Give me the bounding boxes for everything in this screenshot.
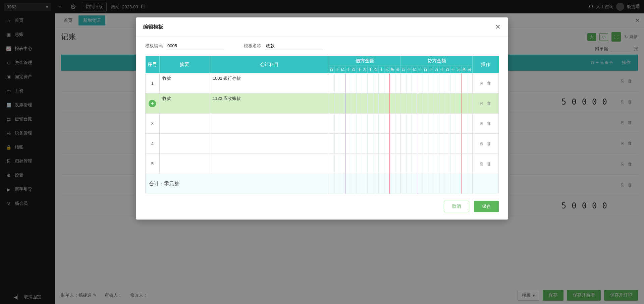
unit-cell: 十 [334, 66, 340, 73]
debit-cell[interactable] [329, 134, 401, 154]
unit-cell: 百 [351, 66, 356, 73]
unit-cell: 分 [467, 66, 472, 73]
unit-cell: 十 [450, 66, 455, 73]
unit-cell: 千 [439, 66, 444, 73]
col-summary: 摘要 [160, 60, 210, 69]
table-row[interactable]: 3⎘🗑 [146, 114, 499, 134]
modal-close-button[interactable]: ✕ [495, 23, 501, 31]
edit-template-modal: 编辑模板 ✕ 模板编码 模板名称 序号 摘要 会计科目 借方金额 [136, 17, 508, 220]
credit-cell[interactable] [401, 114, 473, 134]
credit-cell[interactable] [401, 73, 473, 94]
copy-icon[interactable]: ⎘ [480, 161, 483, 166]
credit-cell[interactable] [401, 134, 473, 154]
subject-cell[interactable] [210, 134, 329, 138]
copy-icon[interactable]: ⎘ [480, 121, 483, 126]
unit-cell: 分 [395, 66, 400, 73]
col-subject: 会计科目 [210, 60, 329, 69]
modal-title: 编辑模板 [143, 24, 163, 30]
template-code-input[interactable] [167, 42, 224, 50]
unit-cell: 百 [445, 66, 450, 73]
unit-cell: 元 [384, 66, 389, 73]
table-row[interactable]: 5⎘🗑 [146, 154, 499, 174]
unit-cell: 十 [357, 66, 362, 73]
sum-row: 合计：零元整 [146, 174, 499, 194]
unit-cell: 百 [373, 66, 378, 73]
subject-cell[interactable]: 1122 应收账款 [210, 94, 329, 104]
summary-cell[interactable]: 收款 [160, 94, 210, 104]
unit-cell: 千 [417, 66, 422, 73]
delete-icon[interactable]: 🗑 [487, 81, 491, 86]
summary-cell[interactable] [160, 134, 210, 138]
unit-cell: 元 [456, 66, 461, 73]
unit-cell: 万 [434, 66, 439, 73]
debit-cell[interactable] [329, 154, 401, 174]
table-row[interactable]: 1收款1002 银行存款⎘🗑 [146, 73, 499, 94]
unit-cell: 千 [345, 66, 351, 73]
unit-cell: 百 [329, 66, 334, 73]
unit-cell: 万 [362, 66, 367, 73]
table-row[interactable]: +收款1122 应收账款⎘🗑 [146, 94, 499, 114]
subject-cell[interactable] [210, 154, 329, 158]
unit-cell: 千 [367, 66, 373, 73]
sum-label: 合计：零元整 [146, 181, 329, 187]
copy-icon[interactable]: ⎘ [480, 141, 483, 146]
col-seq: 序号 [146, 60, 159, 69]
col-op: 操作 [473, 60, 498, 69]
col-debit: 借方金额 [329, 56, 400, 66]
add-row-button[interactable]: + [149, 100, 156, 107]
col-credit: 贷方金额 [401, 56, 472, 66]
unit-cell: 十 [428, 66, 433, 73]
table-row[interactable]: 4⎘🗑 [146, 134, 499, 154]
subject-cell[interactable]: 1002 银行存款 [210, 73, 329, 83]
delete-icon[interactable]: 🗑 [487, 101, 491, 106]
save-button[interactable]: 保存 [474, 201, 499, 212]
template-code-label: 模板编码 [145, 43, 163, 49]
copy-icon[interactable]: ⎘ [480, 81, 483, 86]
unit-cell: 十 [378, 66, 384, 73]
delete-icon[interactable]: 🗑 [487, 141, 491, 146]
summary-cell[interactable] [160, 114, 210, 118]
debit-cell[interactable] [329, 73, 401, 94]
template-name-label: 模板名称 [244, 43, 261, 49]
unit-cell: 百 [401, 66, 406, 73]
unit-cell: 百 [423, 66, 428, 73]
delete-icon[interactable]: 🗑 [487, 161, 491, 166]
cancel-button[interactable]: 取消 [444, 201, 469, 212]
unit-cell: 亿 [412, 66, 417, 73]
summary-cell[interactable]: 收款 [160, 73, 210, 83]
subject-cell[interactable] [210, 114, 329, 118]
debit-cell[interactable] [329, 114, 401, 134]
template-table: 序号 摘要 会计科目 借方金额 百十亿千百十万千百十元角分 贷方金额 百十亿千百… [145, 56, 499, 194]
unit-cell: 角 [389, 66, 395, 73]
unit-cell: 亿 [340, 66, 345, 73]
credit-cell[interactable] [401, 154, 473, 174]
unit-cell: 十 [406, 66, 412, 73]
copy-icon[interactable]: ⎘ [480, 101, 483, 106]
unit-cell: 角 [461, 66, 467, 73]
summary-cell[interactable] [160, 154, 210, 158]
credit-cell[interactable] [401, 94, 473, 114]
delete-icon[interactable]: 🗑 [487, 121, 491, 126]
template-name-input[interactable] [265, 42, 322, 50]
debit-cell[interactable] [329, 94, 401, 114]
